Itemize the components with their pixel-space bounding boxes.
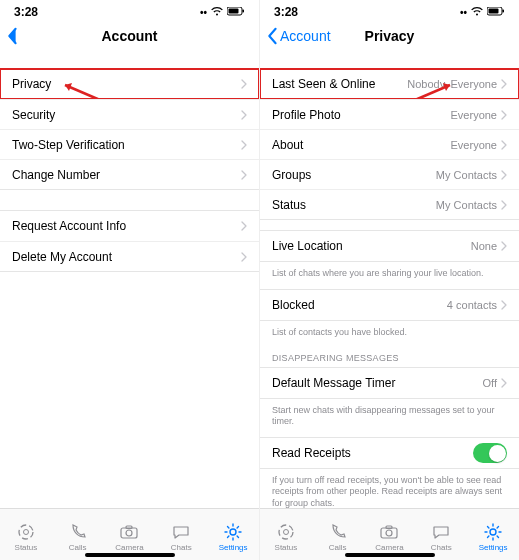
- row-label: Change Number: [12, 168, 100, 182]
- row-value: Nobody, Everyone: [407, 78, 497, 90]
- chat-icon: [171, 522, 191, 542]
- tab-label: Settings: [479, 543, 508, 552]
- chevron-right-icon: [501, 140, 507, 150]
- blocked-group: Blocked4 contacts: [260, 289, 519, 321]
- privacy-content: Last Seen & Online Nobody, Everyone Prof…: [260, 54, 519, 508]
- chevron-right-icon: [241, 252, 247, 262]
- svg-rect-7: [126, 526, 132, 529]
- tab-label: Calls: [69, 543, 87, 552]
- chevron-right-icon: [501, 170, 507, 180]
- chevron-left-icon: [6, 27, 18, 45]
- page-title: Privacy: [365, 28, 415, 44]
- row-change-number[interactable]: Change Number: [0, 159, 259, 189]
- tab-camera[interactable]: Camera: [366, 522, 412, 552]
- back-button[interactable]: [6, 27, 18, 45]
- chevron-right-icon: [501, 300, 507, 310]
- battery-icon: [487, 7, 505, 18]
- chevron-right-icon: [501, 241, 507, 251]
- read-receipts-toggle[interactable]: [473, 443, 507, 463]
- disappearing-group: Default Message TimerOff: [260, 367, 519, 399]
- status-icon: [276, 522, 296, 542]
- signal-icon: ••: [200, 7, 207, 18]
- tab-label: Status: [275, 543, 298, 552]
- tab-settings[interactable]: Settings: [470, 522, 516, 552]
- tab-label: Chats: [171, 543, 192, 552]
- tab-label: Camera: [115, 543, 143, 552]
- row-label: Read Receipts: [272, 446, 351, 460]
- chevron-left-icon: [266, 27, 278, 45]
- camera-icon: [379, 522, 399, 542]
- back-button[interactable]: Account: [266, 27, 331, 45]
- tab-calls[interactable]: Calls: [55, 522, 101, 552]
- status-icon: [16, 522, 36, 542]
- tab-label: Settings: [219, 543, 248, 552]
- screen-account: 3:28 •• Account Privacy Security: [0, 0, 259, 560]
- battery-icon: [227, 7, 245, 18]
- screen-privacy: 3:28 •• Account Privacy Last Seen & Onli…: [259, 0, 519, 560]
- svg-point-13: [283, 529, 288, 534]
- status-bar: 3:28 ••: [260, 0, 519, 18]
- signal-icon: ••: [460, 7, 467, 18]
- svg-rect-16: [386, 526, 392, 529]
- row-read-receipts: Read Receipts: [260, 438, 519, 468]
- row-last-seen[interactable]: Last Seen & Online Nobody, Everyone: [260, 69, 519, 99]
- status-bar: 3:28 ••: [0, 0, 259, 18]
- row-label: Live Location: [272, 239, 343, 253]
- camera-icon: [119, 522, 139, 542]
- gear-icon: [483, 522, 503, 542]
- live-location-group: Live LocationNone: [260, 230, 519, 262]
- tab-status[interactable]: Status: [3, 522, 49, 552]
- disappearing-footer: Start new chats with disappearing messag…: [260, 399, 519, 432]
- row-two-step[interactable]: Two-Step Verification: [0, 129, 259, 159]
- chevron-right-icon: [241, 110, 247, 120]
- row-value: My Contacts: [436, 199, 497, 211]
- row-profile-photo[interactable]: Profile PhotoEveryone: [260, 99, 519, 129]
- svg-point-6: [126, 530, 132, 536]
- row-label: Delete My Account: [12, 250, 112, 264]
- read-receipts-group: Read Receipts: [260, 437, 519, 469]
- tab-calls[interactable]: Calls: [315, 522, 361, 552]
- chat-icon: [431, 522, 451, 542]
- phone-icon: [68, 522, 88, 542]
- row-value: My Contacts: [436, 169, 497, 181]
- row-privacy[interactable]: Privacy: [0, 69, 259, 99]
- row-status[interactable]: StatusMy Contacts: [260, 189, 519, 219]
- tab-label: Camera: [375, 543, 403, 552]
- chevron-right-icon: [501, 79, 507, 89]
- row-delete-account[interactable]: Delete My Account: [0, 241, 259, 271]
- row-label: Profile Photo: [272, 108, 341, 122]
- row-blocked[interactable]: Blocked4 contacts: [260, 290, 519, 320]
- home-indicator: [345, 553, 435, 557]
- svg-point-15: [386, 530, 392, 536]
- row-value: Off: [483, 377, 497, 389]
- account-group-1: Privacy Security Two-Step Verification C…: [0, 68, 259, 190]
- phone-icon: [328, 522, 348, 542]
- svg-rect-2: [243, 9, 245, 12]
- chevron-right-icon: [501, 110, 507, 120]
- row-security[interactable]: Security: [0, 99, 259, 129]
- row-value: 4 contacts: [447, 299, 497, 311]
- row-request-info[interactable]: Request Account Info: [0, 211, 259, 241]
- tab-status[interactable]: Status: [263, 522, 309, 552]
- nav-bar: Account: [0, 18, 259, 54]
- row-about[interactable]: AboutEveryone: [260, 129, 519, 159]
- back-label: Account: [280, 28, 331, 44]
- row-live-location[interactable]: Live LocationNone: [260, 231, 519, 261]
- status-time: 3:28: [14, 5, 38, 19]
- chevron-right-icon: [241, 221, 247, 231]
- row-groups[interactable]: GroupsMy Contacts: [260, 159, 519, 189]
- tab-camera[interactable]: Camera: [106, 522, 152, 552]
- tab-chats[interactable]: Chats: [158, 522, 204, 552]
- row-default-timer[interactable]: Default Message TimerOff: [260, 368, 519, 398]
- svg-point-17: [490, 529, 496, 535]
- tab-label: Chats: [431, 543, 452, 552]
- chevron-right-icon: [501, 200, 507, 210]
- disappearing-header: DISAPPEARING MESSAGES: [260, 343, 519, 367]
- tab-settings[interactable]: Settings: [210, 522, 256, 552]
- tab-label: Status: [15, 543, 38, 552]
- status-indicators: ••: [460, 7, 505, 18]
- svg-rect-11: [503, 9, 505, 12]
- row-value: Everyone: [451, 139, 497, 151]
- tab-chats[interactable]: Chats: [418, 522, 464, 552]
- privacy-group-1: Last Seen & Online Nobody, Everyone Prof…: [260, 68, 519, 220]
